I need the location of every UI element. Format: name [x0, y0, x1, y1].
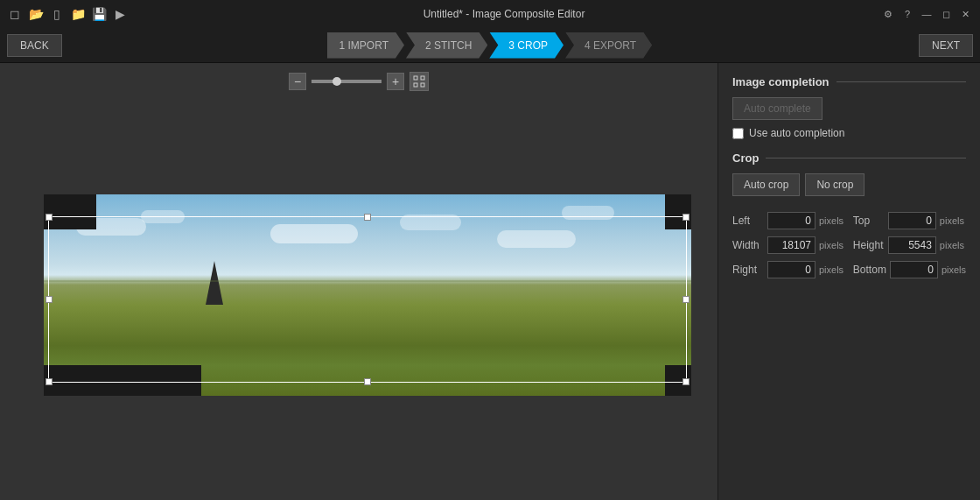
layers-icon[interactable]: ▯	[49, 6, 65, 22]
step-export-label: 4 EXPORT	[584, 39, 636, 52]
close-icon[interactable]: ✕	[957, 6, 973, 22]
titlebar: ◻ 📂 ▯ 📁 💾 ▶ Untitled* - Image Composite …	[0, 0, 980, 28]
cloud-3	[270, 224, 358, 243]
no-crop-button[interactable]: No crop	[805, 173, 864, 196]
right-field-row: Right pixels	[732, 261, 844, 278]
navigation-bar: BACK 1 IMPORT 2 STITCH 3 CROP 4 EXPORT N…	[0, 28, 980, 63]
cloud-6	[562, 206, 614, 220]
width-field-row: Width pixels	[732, 236, 844, 254]
main-content: − +	[0, 63, 980, 500]
image-completion-section: Image completion Auto complete Use auto …	[732, 75, 966, 139]
height-field-row: Height pixels	[853, 236, 966, 254]
step-import-label: 1 IMPORT	[340, 39, 388, 52]
right-input[interactable]	[767, 261, 816, 278]
zoom-slider[interactable]	[312, 80, 382, 83]
cloud-5	[497, 230, 576, 248]
zoom-slider-thumb[interactable]	[332, 77, 341, 86]
help-icon[interactable]: ?	[900, 6, 915, 22]
crop-section: Crop Auto crop No crop Left pixels Top p…	[732, 151, 966, 278]
top-field-row: Top pixels	[853, 212, 966, 229]
maximize-icon[interactable]: ◻	[938, 6, 954, 22]
left-unit: pixels	[819, 215, 844, 226]
cloud-2	[141, 210, 185, 223]
settings-icon[interactable]: ⚙	[880, 6, 896, 22]
zoom-toolbar: − +	[289, 72, 429, 91]
svg-rect-3	[421, 83, 424, 87]
crop-wrapper[interactable]	[44, 194, 691, 396]
height-label: Height	[853, 239, 885, 251]
width-label: Width	[732, 239, 764, 251]
height-unit: pixels	[940, 240, 964, 250]
cloud-4	[400, 215, 461, 230]
zoom-in-button[interactable]: +	[387, 73, 404, 90]
top-unit: pixels	[940, 215, 964, 226]
step-crop-label: 3 CROP	[508, 39, 548, 52]
right-panel: Image completion Auto complete Use auto …	[718, 63, 980, 500]
fit-to-window-button[interactable]	[410, 72, 429, 91]
step-stitch-label: 2 STITCH	[425, 39, 472, 52]
left-field-row: Left pixels	[732, 212, 844, 229]
step-crop[interactable]: 3 CROP	[489, 32, 564, 59]
crop-action-buttons: Auto crop No crop	[732, 173, 966, 203]
step-stitch[interactable]: 2 STITCH	[406, 32, 487, 59]
minimize-icon[interactable]: —	[919, 6, 934, 22]
export-icon[interactable]: ▶	[112, 6, 128, 22]
new-icon[interactable]: ◻	[7, 6, 23, 22]
dark-edge-br	[665, 365, 691, 396]
step-import[interactable]: 1 IMPORT	[327, 32, 404, 59]
folder-icon[interactable]: 📁	[70, 6, 86, 22]
horizon-line	[44, 280, 691, 282]
use-auto-completion-label[interactable]: Use auto completion	[749, 127, 844, 139]
width-input[interactable]	[767, 236, 816, 254]
height-input[interactable]	[888, 236, 936, 254]
canvas-area[interactable]: − +	[0, 63, 718, 500]
bottom-label: Bottom	[853, 264, 886, 276]
left-label: Left	[732, 215, 764, 227]
save-icon[interactable]: 💾	[91, 6, 107, 22]
back-button[interactable]: BACK	[7, 34, 62, 57]
auto-crop-button[interactable]: Auto crop	[732, 173, 800, 196]
image-container	[35, 107, 700, 482]
top-label: Top	[853, 215, 885, 227]
image-completion-title: Image completion	[732, 75, 966, 88]
zoom-slider-track	[312, 80, 382, 83]
right-label: Right	[732, 264, 764, 276]
mont-saint-michel	[206, 261, 223, 305]
dark-edge-tl	[44, 194, 96, 229]
workflow-steps: 1 IMPORT 2 STITCH 3 CROP 4 EXPORT	[327, 32, 654, 59]
window-title: Untitled* - Image Composite Editor	[424, 8, 585, 20]
svg-rect-2	[414, 83, 417, 87]
crop-section-title: Crop	[732, 151, 966, 165]
bottom-input[interactable]	[890, 261, 938, 278]
zoom-out-button[interactable]: −	[289, 73, 306, 90]
width-unit: pixels	[819, 240, 844, 250]
crop-fields: Left pixels Top pixels Width pixels	[732, 212, 966, 278]
dark-edge-bl	[44, 365, 201, 396]
dark-edge-tr	[665, 194, 691, 229]
svg-rect-0	[414, 76, 417, 80]
left-input[interactable]	[767, 212, 816, 229]
right-unit: pixels	[819, 264, 844, 275]
next-button[interactable]: NEXT	[919, 34, 973, 57]
bottom-field-row: Bottom pixels	[853, 261, 966, 278]
bottom-unit: pixels	[942, 264, 966, 275]
use-auto-completion-checkbox[interactable]	[732, 128, 744, 139]
step-export[interactable]: 4 EXPORT	[565, 32, 652, 59]
use-auto-completion-row: Use auto completion	[732, 127, 966, 139]
open-icon[interactable]: 📂	[28, 6, 44, 22]
auto-complete-button[interactable]: Auto complete	[732, 97, 822, 120]
top-input[interactable]	[888, 212, 936, 229]
svg-rect-1	[421, 76, 424, 80]
titlebar-toolbar: ◻ 📂 ▯ 📁 💾 ▶	[7, 6, 128, 22]
window-controls: ⚙ ? — ◻ ✕	[880, 6, 973, 22]
